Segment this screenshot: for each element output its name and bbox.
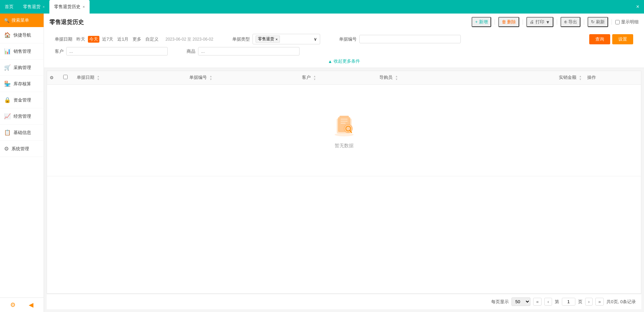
print-button[interactable]: 🖨 打印 ▼	[526, 17, 553, 27]
th-settings[interactable]: ⚙	[47, 71, 61, 84]
toolbar-divider-3	[557, 19, 557, 25]
table-body: 暂无数据	[47, 84, 641, 176]
export-button[interactable]: ⊕ 导出	[560, 17, 581, 27]
sidebar-collapse-button[interactable]: ◀	[29, 301, 33, 309]
date-shortcut-custom[interactable]: 自定义	[144, 36, 160, 43]
number-sort-icons: ▲ ▼	[210, 75, 212, 81]
table-container: ⚙ 单据日期 ▲ ▼ 单据编号	[47, 71, 641, 294]
filter-row-2: 客户 商品	[55, 47, 633, 55]
filter-area: 单据日期 昨天 今天 近7天 近1月 更多 自定义 2023-06-02 至 2…	[49, 30, 639, 68]
refresh-button[interactable]: ↻ 刷新	[588, 17, 608, 27]
date-sort-icons: ▲ ▼	[97, 75, 100, 81]
sidebar-item-finance[interactable]: 🔒 资金管理	[0, 92, 44, 108]
tab-retail-return[interactable]: 零售退货 ×	[18, 0, 49, 14]
purchase-icon: 🛒	[4, 64, 11, 71]
system-icon: ⚙	[4, 146, 9, 152]
prev-page-button[interactable]: ‹	[544, 298, 552, 306]
toolbar-divider-5	[612, 19, 612, 25]
doc-type-tag-close[interactable]: ×	[276, 37, 278, 41]
customer-label: 客户	[55, 48, 64, 54]
main-layout: 🔍 搜索菜单 🏠 快捷导航 📊 销售管理 🛒 采购管理 🏪 库存核算 🔒 资金管…	[0, 14, 644, 312]
product-label: 商品	[187, 48, 195, 54]
settings-icon: ⚙	[50, 75, 54, 80]
filter-row-1: 单据日期 昨天 今天 近7天 近1月 更多 自定义 2023-06-02 至 2…	[55, 34, 633, 44]
date-shortcut-1month[interactable]: 近1月	[116, 36, 130, 43]
sidebar-item-system[interactable]: ⚙ 系统管理	[0, 141, 44, 157]
doc-type-filter-item: 单据类型 零售退货 × ∨	[232, 34, 320, 44]
collapse-button[interactable]: ▲ 收起更多条件	[328, 58, 360, 64]
page-header: 零售退货历史 + 新增 🗑 删除 🖨 打印 ▼	[44, 14, 644, 68]
customer-input[interactable]	[66, 47, 168, 55]
date-shortcut-today[interactable]: 今天	[88, 36, 99, 43]
doc-number-input[interactable]	[359, 35, 461, 43]
display-detail-input[interactable]	[615, 20, 620, 24]
doc-type-label: 单据类型	[232, 36, 250, 42]
sidebar-search[interactable]: 🔍 搜索菜单	[0, 14, 44, 27]
base-info-icon: 📋	[4, 129, 11, 136]
date-shortcut-more[interactable]: 更多	[131, 36, 143, 43]
first-page-button[interactable]: «	[533, 298, 542, 306]
guide-sort-icons: ▲ ▼	[395, 75, 398, 81]
tab-retail-return-close[interactable]: ×	[43, 5, 45, 9]
total-text: 共0页, 0条记录	[606, 299, 636, 305]
sales-icon: 📊	[4, 48, 11, 54]
query-button[interactable]: 查询	[589, 34, 610, 44]
doc-number-filter-item: 单据编号	[339, 35, 461, 43]
empty-state: 暂无数据	[47, 85, 641, 176]
th-action: 操作	[585, 71, 641, 84]
search-icon: 🔍	[4, 18, 9, 23]
empty-state-cell: 暂无数据	[47, 84, 641, 176]
date-filter-item: 单据日期 昨天 今天 近7天 近1月 更多 自定义	[55, 36, 160, 43]
th-checkbox[interactable]	[61, 71, 74, 84]
empty-icon	[331, 112, 358, 139]
tab-retail-return-history-close[interactable]: ×	[82, 5, 85, 9]
date-shortcut-yesterday[interactable]: 昨天	[75, 36, 87, 43]
doc-type-select[interactable]: 零售退货 × ∨	[253, 34, 320, 44]
content-area: 零售退货历史 + 新增 🗑 删除 🖨 打印 ▼	[44, 14, 644, 312]
empty-text: 暂无数据	[335, 143, 354, 149]
sidebar-item-quick-nav[interactable]: 🏠 快捷导航	[0, 27, 44, 43]
window-close-button[interactable]: ×	[636, 4, 639, 10]
th-number[interactable]: 单据编号 ▲ ▼	[187, 71, 299, 84]
select-all-checkbox[interactable]	[63, 75, 68, 79]
sidebar-item-sales[interactable]: 📊 销售管理	[0, 43, 44, 60]
page-title-row: 零售退货历史 + 新增 🗑 删除 🖨 打印 ▼	[49, 17, 639, 27]
per-page-label: 每页显示	[491, 299, 509, 305]
next-page-button[interactable]: ›	[585, 298, 593, 306]
th-date[interactable]: 单据日期 ▲ ▼	[74, 71, 187, 84]
sidebar-item-base-info[interactable]: 📋 基础信息	[0, 125, 44, 141]
toolbar-divider-1	[495, 19, 495, 25]
date-shortcut-7days[interactable]: 近7天	[101, 36, 115, 43]
page-unit: 页	[578, 299, 582, 305]
delete-button[interactable]: 🗑 删除	[498, 17, 520, 27]
last-page-button[interactable]: »	[595, 298, 604, 306]
product-input[interactable]	[198, 47, 300, 55]
toolbar: + 新增 🗑 删除 🖨 打印 ▼ ⊕ 导出	[472, 17, 639, 27]
tab-home[interactable]: 首页	[0, 0, 18, 14]
doc-type-tag: 零售退货 ×	[256, 36, 280, 43]
sidebar-item-inventory[interactable]: 🏪 库存核算	[0, 76, 44, 92]
date-filter-label: 单据日期	[55, 36, 72, 42]
per-page-select[interactable]: 50 10 20 100	[511, 297, 530, 306]
th-amount[interactable]: 实销金额 ▲ ▼	[472, 71, 585, 84]
th-guide[interactable]: 导购员 ▲ ▼	[377, 71, 472, 84]
th-customer[interactable]: 客户 ▲ ▼	[299, 71, 377, 84]
doc-type-dropdown-icon: ∨	[314, 37, 317, 42]
table-header: ⚙ 单据日期 ▲ ▼ 单据编号	[47, 71, 641, 84]
tab-retail-return-history[interactable]: 零售退货历史 ×	[49, 0, 89, 14]
setting-button[interactable]: 设置	[612, 34, 633, 44]
page-number-input[interactable]	[562, 298, 575, 306]
amount-sort-icons: ▲ ▼	[579, 75, 582, 81]
sidebar-item-operations[interactable]: 📈 经营管理	[0, 108, 44, 125]
customer-sort-icons: ▲ ▼	[313, 75, 316, 81]
topbar-right: ×	[633, 4, 644, 10]
sidebar-item-purchase[interactable]: 🛒 采购管理	[0, 60, 44, 76]
sidebar-settings-button[interactable]: ⚙	[10, 301, 16, 309]
page-label: 第	[555, 299, 559, 305]
svg-point-0	[335, 133, 354, 136]
toolbar-divider-2	[523, 19, 523, 25]
new-button[interactable]: + 新增	[472, 17, 491, 27]
collapse-icon: ▲	[328, 59, 332, 64]
display-detail-checkbox[interactable]: 显示明细	[615, 19, 639, 25]
date-shortcuts: 昨天 今天 近7天 近1月 更多 自定义	[75, 36, 160, 43]
